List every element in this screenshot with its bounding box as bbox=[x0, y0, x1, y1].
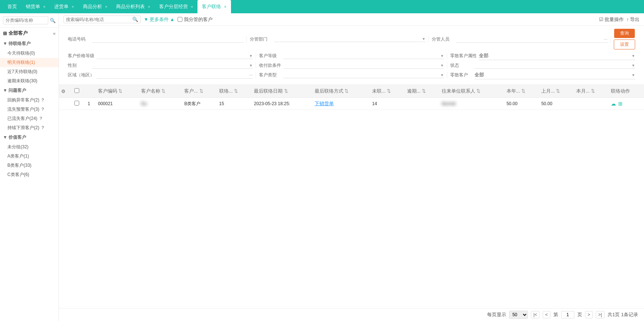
person-select[interactable]: ··· bbox=[456, 36, 608, 43]
search-input[interactable] bbox=[66, 17, 132, 22]
cust-value-level-select[interactable]: ▼ bbox=[97, 53, 253, 59]
sidebar-item[interactable]: 今天待联络(0) bbox=[0, 49, 59, 58]
col-contact-count: 联络... ⇅ bbox=[217, 85, 252, 98]
export-label: 导出 bbox=[630, 16, 640, 23]
last-page-btn[interactable]: >| bbox=[596, 311, 605, 318]
col-uncontacted-label: 未联... bbox=[372, 88, 386, 94]
row-actions: ☁ ⊞ bbox=[609, 98, 644, 110]
col-last-method-sort-icon[interactable]: ⇅ bbox=[344, 88, 349, 94]
next-page-btn[interactable]: > bbox=[585, 311, 593, 318]
status-select[interactable]: ▼ bbox=[475, 63, 635, 69]
cust-type-select[interactable]: ▼ bbox=[283, 72, 444, 78]
close-tab-icon[interactable]: × bbox=[224, 0, 226, 13]
close-tab-icon[interactable]: × bbox=[148, 0, 150, 13]
set-btn[interactable]: 设置 bbox=[614, 39, 635, 49]
row-checkbox-cell bbox=[72, 98, 85, 110]
nav-tab-客户联络[interactable]: 客户联络× bbox=[197, 0, 231, 13]
col-last-month-sort-icon[interactable]: ⇅ bbox=[556, 88, 560, 94]
retail-attr-select[interactable]: 全部 ▼ bbox=[479, 52, 635, 60]
col-overdue-sort-icon[interactable]: ⇅ bbox=[422, 88, 426, 94]
sidebar-item[interactable]: B类客户(33) bbox=[0, 161, 59, 170]
nav-tab-客户分层经营[interactable]: 客户分层经营× bbox=[155, 0, 197, 13]
page-input[interactable] bbox=[561, 311, 574, 318]
prev-page-btn[interactable]: < bbox=[543, 311, 550, 318]
col-this-year-sort-icon[interactable]: ⇅ bbox=[521, 88, 525, 94]
main-content: 🔍 ▼ 更多条件 ▲ 我分管的客户 ☑ 批量操作 ↑ 导出 bbox=[59, 13, 644, 321]
row-checkbox[interactable] bbox=[74, 101, 79, 106]
area-cell: 区域（地区） ··· bbox=[65, 72, 256, 79]
area-label: 区域（地区） bbox=[68, 72, 94, 78]
my-customers-checkbox[interactable] bbox=[178, 17, 182, 22]
retail-cust-select[interactable]: 全部 ▼ bbox=[475, 71, 635, 79]
col-contact-person-sort-icon[interactable]: ⇅ bbox=[476, 88, 480, 94]
sidebar-search-icon[interactable]: 🔍 bbox=[50, 18, 56, 23]
sidebar-group-价值客户[interactable]: ▼ 价值客户 bbox=[0, 132, 59, 142]
close-tab-icon[interactable]: × bbox=[71, 0, 74, 13]
nav-tab-商品分析[interactable]: 商品分析× bbox=[78, 0, 112, 13]
col-last-month: 上月... ⇅ bbox=[539, 85, 574, 98]
gender-cell: 性别 ▼ bbox=[65, 62, 256, 69]
cust-level-select[interactable]: ▼ bbox=[283, 53, 444, 59]
my-customers-label: 我分管的客户 bbox=[184, 16, 213, 23]
close-tab-icon[interactable]: × bbox=[43, 0, 45, 13]
col-type-sort-icon[interactable]: ⇅ bbox=[199, 88, 203, 94]
action-icon-2[interactable]: ⊞ bbox=[618, 101, 623, 107]
query-btn[interactable]: 查询 bbox=[614, 29, 635, 38]
my-customers-checkbox-label[interactable]: 我分管的客户 bbox=[178, 16, 213, 23]
sidebar-item[interactable]: 持续下滑客户(2) ？ bbox=[0, 123, 59, 132]
row-this-month bbox=[574, 98, 609, 110]
area-select[interactable]: ··· bbox=[97, 72, 253, 79]
home-nav-item[interactable]: 首页 bbox=[3, 3, 21, 10]
nav-tab-销货单[interactable]: 销货单× bbox=[21, 0, 50, 13]
person-more-btn[interactable]: ··· bbox=[604, 37, 608, 42]
sidebar-item[interactable]: 未分组(32) bbox=[0, 142, 59, 152]
export-btn[interactable]: ↑ 导出 bbox=[627, 16, 640, 23]
sidebar: 🔍 ⊞ 全部客户 « ▼ 待联络客户今天待联络(0)明天待联络(1)近7天待联络… bbox=[0, 13, 59, 321]
retail-attr-label: 零散客户属性 bbox=[450, 53, 477, 59]
area-more-btn[interactable]: ··· bbox=[249, 72, 253, 77]
col-name-sort-icon[interactable]: ⇅ bbox=[161, 88, 165, 94]
sidebar-item[interactable]: 逾期未联络(30) bbox=[0, 76, 59, 86]
all-customers-section[interactable]: ⊞ 全部客户 « bbox=[0, 28, 59, 39]
phone-input[interactable] bbox=[92, 36, 244, 43]
nav-tab-进货单[interactable]: 进货单× bbox=[50, 0, 78, 13]
payment-select[interactable]: ▼ bbox=[283, 63, 444, 69]
col-this-month-sort-icon[interactable]: ⇅ bbox=[591, 88, 595, 94]
more-filters-btn[interactable]: ▼ 更多条件 ▲ bbox=[144, 16, 175, 23]
row-uncontacted: 14 bbox=[370, 98, 405, 110]
action-icon-1[interactable]: ☁ bbox=[611, 101, 616, 107]
sidebar-item[interactable]: 流失预警客户(3) ？ bbox=[0, 105, 59, 114]
batch-op-btn[interactable]: ☑ 批量操作 bbox=[599, 16, 624, 23]
first-page-btn[interactable]: |< bbox=[531, 311, 540, 318]
batch-op-label: 批量操作 bbox=[605, 16, 624, 23]
close-tab-icon[interactable]: × bbox=[105, 0, 107, 13]
sidebar-group-问题客户[interactable]: ▼ 问题客户 bbox=[0, 86, 59, 96]
select-all-checkbox[interactable] bbox=[74, 88, 79, 93]
close-tab-icon[interactable]: × bbox=[191, 0, 193, 13]
sidebar-item[interactable]: C类客户(6) bbox=[0, 170, 59, 179]
col-code-sort-icon[interactable]: ⇅ bbox=[118, 88, 122, 94]
col-last-date-sort-icon[interactable]: ⇅ bbox=[284, 88, 288, 94]
col-overdue: 逾期... ⇅ bbox=[405, 85, 440, 98]
sidebar-item[interactable]: 近7天待联络(0) bbox=[0, 67, 59, 76]
sidebar-item[interactable]: A类客户(1) bbox=[0, 152, 59, 161]
filter-row-4: 区域（地区） ··· 客户类型 ▼ 零散客户 全部 bbox=[65, 71, 638, 79]
gender-select[interactable]: ▼ bbox=[92, 63, 253, 69]
sidebar-search-input[interactable] bbox=[3, 16, 48, 24]
retail-cust-label: 零散客户 bbox=[450, 72, 472, 78]
search-icon[interactable]: 🔍 bbox=[132, 17, 138, 22]
last-method-link[interactable]: 下销货单 bbox=[315, 101, 334, 106]
sidebar-item[interactable]: 回购异常客户(2) ？ bbox=[0, 96, 59, 105]
sidebar-item[interactable]: 明天待联络(1) bbox=[0, 58, 59, 67]
collapse-sidebar-btn[interactable]: « bbox=[53, 31, 56, 36]
col-type-label: 客户... bbox=[184, 88, 198, 94]
dept-select[interactable]: ▼ bbox=[274, 36, 426, 42]
sidebar-item[interactable]: 已流失客户(24) ？ bbox=[0, 114, 59, 123]
col-contact-count-sort-icon[interactable]: ⇅ bbox=[234, 88, 238, 94]
col-uncontacted-sort-icon[interactable]: ⇅ bbox=[387, 88, 391, 94]
settings-icon[interactable]: ⚙ bbox=[61, 89, 66, 94]
sidebar-group-待联络客户[interactable]: ▼ 待联络客户 bbox=[0, 39, 59, 49]
per-page-select[interactable]: 50 100 bbox=[509, 311, 528, 319]
nav-tab-商品分析列表[interactable]: 商品分析列表× bbox=[112, 0, 154, 13]
person-label: 分管人员 bbox=[432, 36, 454, 42]
